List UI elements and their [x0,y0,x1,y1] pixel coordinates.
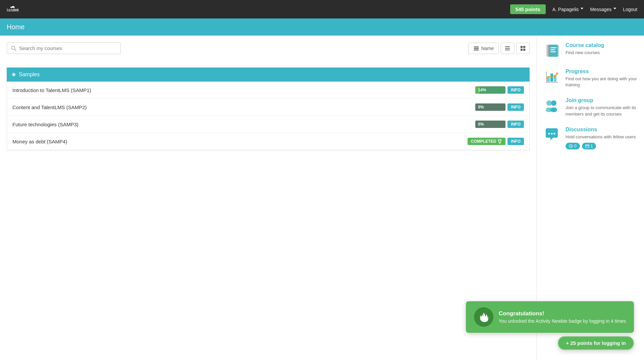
sidebar-item-text-discussions: Discussions Hold conversations with fell… [566,127,636,149]
search-bar[interactable] [7,42,121,54]
svg-line-3 [15,49,16,50]
calendar-icon [585,144,589,148]
sidebar-item-title: Join group [566,97,637,103]
discussions-icon [544,127,560,143]
sidebar-item-join-group[interactable]: Join group Join a group to communicate w… [543,97,637,117]
svg-rect-7 [505,46,510,47]
discussion-time-count: 0 [574,144,577,148]
progress-icon-wrap [543,69,560,85]
info-button[interactable]: INFO [507,121,524,128]
info-button[interactable]: INFO [507,86,524,94]
progress-label: 0% [475,122,505,127]
list-view-icon [504,45,511,51]
toast-title: Congratulations! [499,310,626,317]
svg-point-21 [556,73,558,75]
progress-icon [544,69,560,85]
grid-view-button[interactable] [516,43,530,54]
category-dot [12,73,15,76]
sidebar-item-description: Hold conversations with fellow users [566,134,636,140]
sort-name-button[interactable]: Name [468,43,499,54]
category-header-samples[interactable]: Samples [7,68,530,82]
course-actions: 14% INFO [475,86,524,94]
info-button[interactable]: INFO [507,138,524,145]
sidebar-item-description: Find new courses [566,50,604,56]
category-name: Samples [19,72,40,78]
course-actions: 0% INFO [475,103,524,111]
sidebar-item-title: Course catalog [566,42,604,48]
discussions-icon-wrap [543,127,560,143]
sidebar-item-description: Find out how you are doing with your tra… [566,76,637,88]
discussion-calendar-badge: 1 [582,143,596,149]
progress-bar: 0% [475,103,505,111]
svg-rect-19 [550,49,555,50]
svg-point-28 [554,133,555,134]
svg-point-25 [550,107,557,112]
app-logo[interactable]: talent lms [7,6,19,13]
progress-label: 0% [475,105,505,109]
discussion-time-badge: 0 [566,143,580,149]
sidebar-item-discussions[interactable]: Discussions Hold conversations with fell… [543,127,637,149]
course-list: Introduction to TalentLMS (SAMP1) 14% IN… [7,82,530,150]
svg-rect-6 [474,49,478,50]
user-dropdown-caret [581,8,583,11]
sidebar-item-text-join-group: Join group Join a group to communicate w… [566,97,637,117]
svg-point-23 [551,100,556,106]
sidebar-item-description: Join a group to communicate with its mem… [566,105,637,117]
table-row[interactable]: Future technologies (SAMP3) 0% INFO [7,116,529,133]
toast-points[interactable]: + 25 points for logging in [558,336,634,350]
top-navigation: talent lms 545 points A. Papagelis Messa… [0,0,644,18]
clock-icon [569,144,573,148]
user-label: A. Papagelis [552,7,579,12]
search-input[interactable] [19,45,116,51]
toast-container: Congratulations! You unlocked the Activi… [466,301,634,350]
left-panel: Name [0,36,537,360]
svg-point-26 [548,133,550,134]
join-group-icon-wrap [543,97,560,114]
user-menu[interactable]: A. Papagelis [552,7,584,12]
table-row[interactable]: Money as debt (SAMP4) COMPLETED INFO [7,133,529,150]
toast-congratulations[interactable]: Congratulations! You unlocked the Activi… [466,301,634,333]
toast-message: You unlocked the Activity Newbie badge b… [499,318,626,324]
svg-rect-5 [474,48,478,49]
fire-icon [478,312,489,322]
messages-menu[interactable]: Messages [590,7,616,12]
progress-bar: 0% [475,121,505,128]
svg-rect-12 [521,48,523,50]
svg-text:lms: lms [14,7,19,12]
list-view-button[interactable] [501,43,514,54]
course-name: Introduction to TalentLMS (SAMP1) [12,87,475,93]
sidebar-item-text-catalog: Course catalog Find new courses [566,42,604,56]
join-group-icon [544,98,560,114]
svg-point-27 [551,133,553,134]
toast-points-label: + 25 points for logging in [566,340,626,346]
completed-label: COMPLETED [471,139,496,144]
table-row[interactable]: Introduction to TalentLMS (SAMP1) 14% IN… [7,82,529,99]
toast-badge-icon [474,307,493,327]
progress-label: 14% [475,88,505,92]
svg-rect-8 [505,48,510,48]
sort-name-label: Name [481,46,494,51]
svg-point-22 [546,100,552,106]
course-actions: COMPLETED INFO [468,138,524,145]
svg-rect-17 [549,45,558,57]
sidebar-item-title: Progress [566,69,637,75]
info-button[interactable]: INFO [507,103,524,111]
logout-button[interactable]: Logout [623,7,637,12]
course-name: Content and TalentLMS (SAMP2) [12,104,475,110]
sidebar-item-progress[interactable]: Progress Find out how you are doing with… [543,69,637,88]
svg-rect-11 [523,46,525,48]
points-button[interactable]: 545 points [510,4,546,14]
layers-icon [473,45,479,51]
table-row[interactable]: Content and TalentLMS (SAMP2) 0% INFO [7,99,529,116]
svg-rect-18 [550,47,556,48]
svg-rect-10 [521,46,523,48]
sidebar-item-title: Discussions [566,127,636,133]
toast-text: Congratulations! You unlocked the Activi… [499,310,626,324]
course-name: Money as debt (SAMP4) [12,139,468,144]
svg-rect-9 [505,49,510,50]
svg-rect-4 [474,46,478,47]
sidebar-item-course-catalog[interactable]: Course catalog Find new courses [543,42,637,59]
course-catalog-icon-wrap [543,42,560,59]
sidebar-item-text-progress: Progress Find out how you are doing with… [566,69,637,88]
page-title: Home [7,23,24,31]
